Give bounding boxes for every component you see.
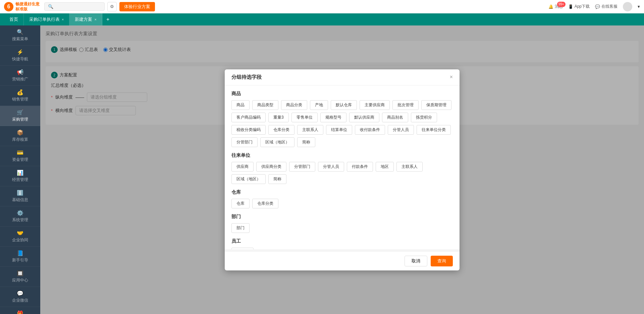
product-field-tags: 商品商品类型商品分类产地默认仓库主要供应商批次管理保质期管理客户商品编码重量3零… xyxy=(231,100,453,147)
field-tag[interactable]: 产地 xyxy=(310,100,328,110)
logo-icon: 6 xyxy=(4,2,13,11)
field-tag[interactable]: 商品别名 xyxy=(382,113,408,122)
modal-close-button[interactable]: × xyxy=(450,74,453,80)
field-tag[interactable]: 分管部门 xyxy=(289,162,315,172)
field-tag[interactable]: 税收分类编码 xyxy=(231,125,266,135)
close-tab-new-plan[interactable]: × xyxy=(94,17,96,21)
sidebar-item-sales[interactable]: 💰 销售管理 xyxy=(0,86,40,106)
inventory-icon: 📦 xyxy=(17,129,23,136)
field-tag[interactable]: 付款条件 xyxy=(347,162,373,172)
field-tag[interactable]: 拣货积分 xyxy=(411,113,437,122)
marketing-icon: 📢 xyxy=(17,69,23,75)
notification-item[interactable]: 🔔 消息 99+ xyxy=(548,4,563,9)
service-icon: 💬 xyxy=(595,4,600,9)
search-box[interactable]: 🔍 xyxy=(44,2,105,11)
field-tag[interactable]: 批次管理 xyxy=(392,100,419,110)
field-tag[interactable]: 地区 xyxy=(376,162,394,172)
sidebar-item-app-center[interactable]: 🔲 应用中心 xyxy=(0,267,40,287)
operations-icon: 📊 xyxy=(17,170,23,176)
field-tag[interactable]: 主联系人 xyxy=(297,125,323,135)
search-icon: 🔍 xyxy=(48,4,53,9)
gear-icon: ⚙ xyxy=(110,4,114,9)
tab-home[interactable]: 首页 xyxy=(4,13,24,25)
sidebar-item-guide[interactable]: 📘 新手引导 xyxy=(0,247,40,267)
section-partner-title: 往来单位 xyxy=(231,152,453,159)
field-tag[interactable]: 商品 xyxy=(231,100,250,110)
bell-icon: 🔔 xyxy=(548,4,553,9)
section-warehouse-title: 仓库 xyxy=(231,189,453,195)
quick-nav-icon: ⚡ xyxy=(17,49,23,55)
sidebar-item-operations[interactable]: 📊 经营管理 xyxy=(0,166,40,186)
field-tag[interactable]: 分管人员 xyxy=(388,125,414,135)
section-department-title: 部门 xyxy=(231,214,453,220)
field-tag[interactable]: 主要供应商 xyxy=(360,100,390,110)
section-warehouse: 仓库 仓库仓库分类 xyxy=(231,189,453,208)
sidebar-item-marketing[interactable]: 📢 营销推广 xyxy=(0,66,40,86)
sidebar-item-wechat[interactable]: 💬 企业微信 xyxy=(0,287,40,307)
field-tag[interactable]: 分管人员 xyxy=(318,162,344,172)
user-avatar[interactable] xyxy=(623,2,632,11)
field-tag[interactable]: 仓库 xyxy=(231,199,250,208)
sidebar-item-search[interactable]: 🔍 搜索菜单 xyxy=(0,25,40,46)
field-tag[interactable]: 保质期管理 xyxy=(421,100,451,110)
sidebar-item-quick-nav[interactable]: ⚡ 快捷导航 xyxy=(0,46,40,66)
sidebar-item-purchase[interactable]: 🛒 采购管理 xyxy=(0,106,40,126)
field-tag[interactable]: 零售单位 xyxy=(291,113,318,122)
tab-purchase-list[interactable]: 采购订单执行表 × xyxy=(24,13,69,25)
logo-area: 6 畅捷通好生意 标准版 xyxy=(4,2,44,11)
field-tag[interactable]: 收付款条件 xyxy=(355,125,385,135)
field-tag[interactable]: 简称 xyxy=(297,137,315,147)
experience-button[interactable]: 体验行业方案 xyxy=(119,2,155,11)
close-tab-purchase[interactable]: × xyxy=(62,17,64,21)
add-tab-button[interactable]: + xyxy=(102,16,113,22)
field-tag[interactable]: 默认供应商 xyxy=(349,113,379,122)
warehouse-field-tags: 仓库仓库分类 xyxy=(231,199,453,208)
app-download-item[interactable]: 📱 App下载 xyxy=(568,4,590,9)
partner-field-tags: 供应商供应商分类分管部门分管人员付款条件地区主联系人区域（地区）简称 xyxy=(231,162,453,184)
cooperation-icon: 🤝 xyxy=(17,230,23,236)
guide-icon: 📘 xyxy=(17,250,23,256)
modal-footer: 取消 查询 xyxy=(225,251,460,270)
online-service-item[interactable]: 💬 在线客服 xyxy=(595,4,618,9)
notification-badge: 99+ xyxy=(557,2,566,7)
field-tag[interactable]: 供应商 xyxy=(231,162,254,172)
finance-icon: 💳 xyxy=(17,149,23,156)
cancel-button[interactable]: 取消 xyxy=(405,256,427,266)
sidebar-item-inventory[interactable]: 📦 库存核算 xyxy=(0,126,40,146)
base-info-icon: ℹ️ xyxy=(17,190,23,196)
field-tag[interactable]: 分管部门 xyxy=(231,137,258,147)
sidebar-item-cooperation[interactable]: 🤝 企业协同 xyxy=(0,227,40,247)
field-tag[interactable]: 区域（地区） xyxy=(260,137,294,147)
field-tag[interactable]: 商品类型 xyxy=(252,100,278,110)
wechat-icon: 💬 xyxy=(17,290,23,297)
gear-button[interactable]: ⚙ xyxy=(107,2,117,11)
confirm-button[interactable]: 查询 xyxy=(431,256,453,266)
field-tag[interactable]: 结算单位 xyxy=(326,125,352,135)
user-dropdown-icon[interactable]: ▾ xyxy=(638,4,640,9)
field-tag[interactable]: 仓库分类 xyxy=(252,199,278,208)
field-tag[interactable]: 仓库分类 xyxy=(268,125,294,135)
field-tag[interactable]: 简称 xyxy=(268,174,286,184)
field-tag[interactable]: 商品分类 xyxy=(281,100,307,110)
tab-new-plan[interactable]: 新建方案 × xyxy=(69,13,102,25)
field-tag[interactable]: 部门 xyxy=(231,223,250,233)
sidebar-item-base-info[interactable]: ℹ️ 基础信息 xyxy=(0,186,40,206)
field-tag[interactable]: 供应商分类 xyxy=(256,162,286,172)
field-tag[interactable]: 规格型号 xyxy=(320,113,346,122)
top-bar-center: 🔍 ⚙ 体验行业方案 xyxy=(44,2,548,11)
sidebar-item-member[interactable]: 🎁 畅会员 xyxy=(0,307,40,314)
search-menu-icon: 🔍 xyxy=(17,29,23,35)
sidebar-item-system[interactable]: ⚙️ 系统管理 xyxy=(0,206,40,227)
field-tag[interactable]: 往来单位分类 xyxy=(417,125,451,135)
section-product: 商品 商品商品类型商品分类产地默认仓库主要供应商批次管理保质期管理客户商品编码重… xyxy=(231,91,453,147)
search-input[interactable] xyxy=(55,4,96,9)
field-tag[interactable]: 客户商品编码 xyxy=(231,113,266,122)
section-staff: 员工 业务员 xyxy=(231,238,453,249)
modal-body: 商品 商品商品类型商品分类产地默认仓库主要供应商批次管理保质期管理客户商品编码重… xyxy=(225,85,460,249)
field-tag[interactable]: 区域（地区） xyxy=(231,174,266,184)
modal-container: 分组待选字段 × 商品 商品商品类型商品分类产地默认仓库主要供应商批次管理保质期… xyxy=(40,25,644,314)
field-tag[interactable]: 主联系人 xyxy=(396,162,423,172)
field-tag[interactable]: 默认仓库 xyxy=(331,100,357,110)
field-tag[interactable]: 重量3 xyxy=(268,113,289,122)
sidebar-item-finance[interactable]: 💳 资金管理 xyxy=(0,146,40,166)
